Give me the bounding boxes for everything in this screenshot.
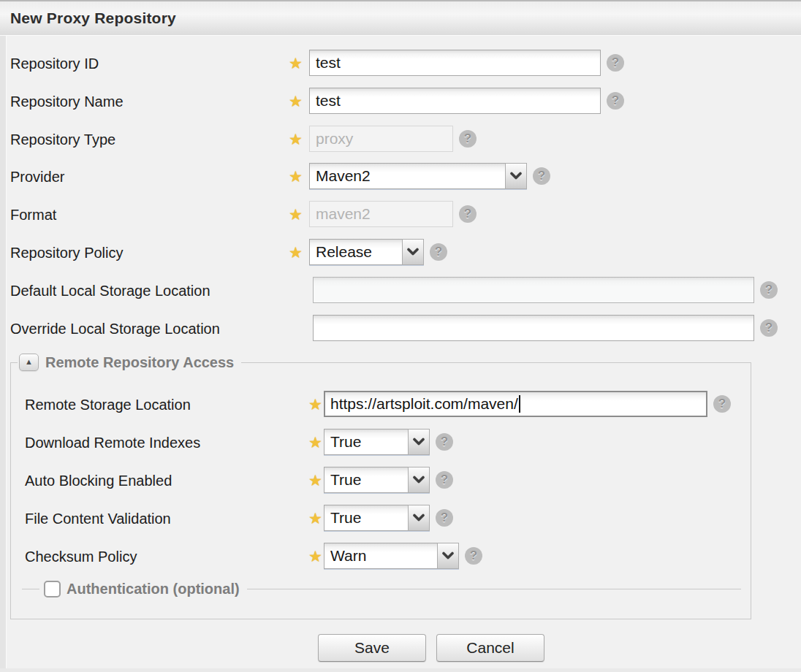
remote-storage-value: https://artsploit.com/maven/ [330,395,518,413]
format-row: Format ★ ? [0,201,801,229]
save-button-label: Save [354,639,390,657]
checksum-policy-row: Checksum Policy ★ Warn ? [0,543,801,570]
help-icon[interactable]: ? [430,243,447,261]
chevron-down-icon[interactable] [505,163,527,189]
provider-label: Provider [10,169,64,186]
required-star-icon: ★ [308,511,322,526]
repository-name-label: Repository Name [10,93,124,110]
panel-header: New Proxy Repository [0,0,801,36]
required-star-icon: ★ [289,56,303,71]
repository-policy-select[interactable]: Release [309,239,424,265]
repository-policy-select-value: Release [309,239,402,265]
panel-bottom-border [0,668,801,672]
help-icon[interactable]: ? [607,92,624,110]
cancel-button[interactable]: Cancel [436,634,544,662]
format-input [309,201,453,227]
repository-id-label: Repository ID [10,56,99,72]
chevron-down-icon[interactable] [408,467,430,493]
help-icon[interactable]: ? [436,509,453,527]
override-local-storage-row: Override Local Storage Location ? [0,315,801,343]
override-local-storage-label: Override Local Storage Location [10,321,220,337]
download-remote-indexes-value: True [324,429,408,455]
help-icon[interactable]: ? [713,395,731,413]
remote-access-title: Remote Repository Access [45,354,234,371]
collapse-arrow-icon: ▲ [25,358,33,366]
auto-blocking-select[interactable]: True [324,467,430,493]
help-icon[interactable]: ? [607,54,624,72]
auto-blocking-label: Auto Blocking Enabled [25,473,172,489]
help-icon[interactable]: ? [533,167,550,185]
repository-type-label: Repository Type [10,131,115,148]
text-cursor [519,395,520,413]
repository-policy-label: Repository Policy [10,245,124,261]
remote-storage-label: Remote Storage Location [25,397,191,413]
auto-blocking-value: True [324,467,408,493]
required-star-icon: ★ [289,245,303,260]
override-local-storage-input[interactable] [313,315,754,341]
required-star-icon: ★ [289,131,303,147]
checksum-policy-value: Warn [324,543,437,569]
provider-select[interactable]: Maven2 [309,163,527,189]
chevron-down-icon[interactable] [408,505,430,531]
provider-row: Provider ★ Maven2 ? [0,163,801,191]
file-content-validation-row: File Content Validation ★ True ? [0,505,801,532]
repository-name-input[interactable] [309,88,601,114]
collapse-toggle-button[interactable]: ▲ [19,354,39,371]
download-remote-indexes-row: Download Remote Indexes ★ True ? [0,429,801,457]
authentication-title: Authentication (optional) [67,581,240,597]
file-content-validation-select[interactable]: True [324,505,430,531]
authentication-legend: Authentication (optional) [22,579,741,598]
required-star-icon: ★ [289,207,303,222]
checksum-policy-select[interactable]: Warn [324,543,459,569]
help-icon[interactable]: ? [459,130,477,148]
default-local-storage-label: Default Local Storage Location [10,283,210,299]
help-icon[interactable]: ? [436,433,453,451]
default-local-storage-input[interactable] [313,277,754,303]
cancel-button-label: Cancel [466,639,514,657]
remote-storage-row: Remote Storage Location ★ https://artspl… [0,391,801,419]
help-icon[interactable]: ? [760,319,778,337]
repository-policy-row: Repository Policy ★ Release ? [0,239,801,267]
help-icon[interactable]: ? [459,205,477,223]
format-label: Format [10,207,56,224]
required-star-icon: ★ [289,93,303,109]
help-icon[interactable]: ? [436,471,453,489]
remote-storage-input[interactable]: https://artsploit.com/maven/ [324,391,707,417]
panel-title: New Proxy Repository [10,9,176,27]
save-button[interactable]: Save [318,634,426,662]
provider-select-value: Maven2 [309,163,505,189]
required-star-icon: ★ [308,549,322,564]
remote-access-legend: ▲ Remote Repository Access [10,353,751,372]
repository-type-row: Repository Type ★ ? [0,126,801,153]
help-icon[interactable]: ? [760,281,778,299]
help-icon[interactable]: ? [465,547,482,565]
repository-name-row: Repository Name ★ ? [0,88,801,115]
required-star-icon: ★ [308,473,322,488]
auto-blocking-row: Auto Blocking Enabled ★ True ? [0,467,801,495]
chevron-down-icon[interactable] [402,239,424,265]
download-remote-indexes-label: Download Remote Indexes [25,435,200,451]
repository-type-input [309,126,453,152]
file-content-validation-label: File Content Validation [25,511,171,527]
default-local-storage-row: Default Local Storage Location ? [0,277,801,305]
repository-id-row: Repository ID ★ ? [0,50,801,77]
required-star-icon: ★ [308,435,322,450]
file-content-validation-value: True [324,505,408,531]
repository-id-input[interactable] [309,50,601,76]
required-star-icon: ★ [289,169,303,184]
checksum-policy-label: Checksum Policy [25,549,137,565]
authentication-checkbox[interactable] [44,581,61,597]
chevron-down-icon[interactable] [437,543,459,569]
chevron-down-icon[interactable] [408,429,430,455]
download-remote-indexes-select[interactable]: True [324,429,430,455]
required-star-icon: ★ [308,397,322,412]
